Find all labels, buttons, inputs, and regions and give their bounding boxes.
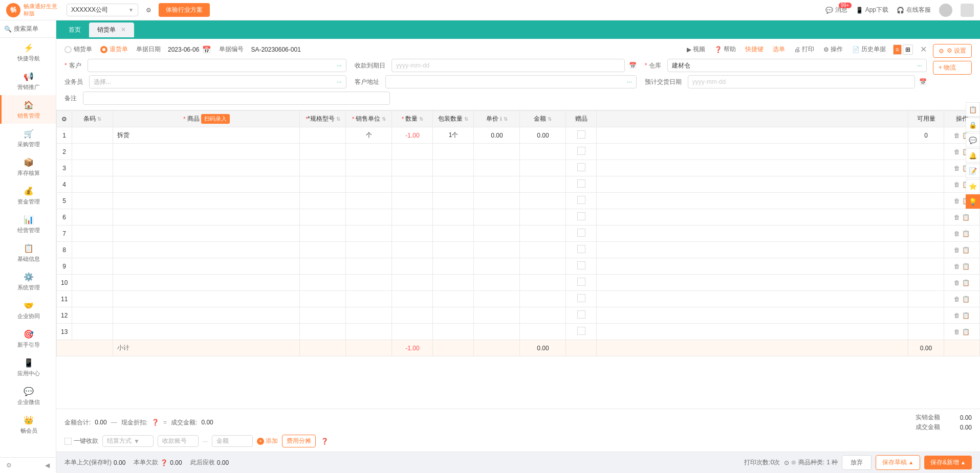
customer-input[interactable]: ··· <box>88 59 346 72</box>
sidebar-item-inventory[interactable]: 📦 库存核算 <box>0 152 56 181</box>
expense-allocation-button[interactable]: 费用分摊 <box>282 435 316 447</box>
sidebar-item-app-center[interactable]: 📱 应用中心 <box>0 353 56 381</box>
row1-unit[interactable]: 个 <box>346 127 392 144</box>
tab-sales-order[interactable]: 销货单 ✕ <box>89 22 134 37</box>
payment-date-input[interactable]: yyyy-mm-dd <box>391 59 625 72</box>
copy-icon[interactable]: 📋 <box>962 296 970 303</box>
tab-close-icon[interactable]: ✕ <box>121 26 126 33</box>
radio-return-order[interactable]: 退货单 <box>100 45 128 54</box>
customer-dots[interactable]: ··· <box>337 62 342 69</box>
avatar[interactable] <box>939 4 952 17</box>
sort-barcode-icon[interactable]: ⇅ <box>97 116 101 122</box>
goods-type[interactable]: ⊙ ⊙ 商品种类: 1 种 <box>784 458 838 467</box>
app-download-button[interactable]: 📱 App下载 <box>856 6 888 14</box>
history-btn[interactable]: 📄 历史单据 <box>850 44 888 55</box>
sort-unit-icon[interactable]: ⇅ <box>382 116 386 122</box>
view-list-btn[interactable]: ≡ <box>893 44 902 55</box>
gift-checkbox[interactable] <box>577 245 585 253</box>
total-balance-info-icon[interactable]: ❓ <box>160 459 168 466</box>
shortcut-btn[interactable]: 快捷键 <box>743 44 766 55</box>
operation-btn[interactable]: ⚙ 操作 <box>821 44 845 55</box>
gift-checkbox[interactable] <box>577 212 585 220</box>
row1-remark[interactable] <box>597 127 908 144</box>
float-btn-7[interactable]: 💡 <box>966 194 980 209</box>
payment-date-calendar-icon[interactable]: 📅 <box>629 62 637 69</box>
view-grid-btn[interactable]: ⊞ <box>903 44 913 55</box>
address-dots[interactable]: ··· <box>627 78 632 85</box>
copy-icon[interactable]: 📋 <box>962 230 970 237</box>
sidebar-item-system-mgmt[interactable]: ⚙️ 系统管理 <box>0 267 56 296</box>
th-gear[interactable]: ⚙ <box>57 111 72 127</box>
gift-checkbox[interactable] <box>577 278 585 286</box>
tab-home[interactable]: 首页 <box>60 22 89 37</box>
delete-icon[interactable]: 🗑 <box>954 328 960 335</box>
sidebar-item-sales-mgmt[interactable]: 🏠 销售管理 <box>0 95 56 124</box>
account-selector[interactable]: 收款账号 <box>158 435 199 447</box>
save-draft-button[interactable]: 保存草稿 ▲ <box>876 455 920 470</box>
float-btn-5[interactable]: 📝 <box>966 164 980 178</box>
settings-button[interactable]: ⚙ ⚙ 设置 <box>933 44 972 58</box>
gift-checkbox[interactable] <box>577 179 585 188</box>
delete-icon-1[interactable]: 🗑 <box>954 132 960 139</box>
gift-checkbox[interactable] <box>577 229 585 237</box>
sidebar-item-ops[interactable]: 📊 经营管理 <box>0 210 56 238</box>
sidebar-item-newbie[interactable]: 🎯 新手引导 <box>0 324 56 353</box>
float-btn-3[interactable]: 💬 <box>966 133 980 147</box>
help-btn[interactable]: ❓ 帮助 <box>712 44 738 55</box>
settings-icon[interactable]: ⚙ <box>142 4 155 16</box>
sidebar-item-marketing[interactable]: 📢 营销推广 <box>0 66 56 95</box>
copy-icon[interactable]: 📋 <box>962 279 970 286</box>
customer-address-input[interactable]: ··· <box>385 75 637 88</box>
account-dots[interactable]: ··· <box>203 438 208 445</box>
row1-barcode[interactable] <box>72 127 113 144</box>
delete-icon[interactable]: 🗑 <box>954 279 960 286</box>
online-support-button[interactable]: 🎧 在线客服 <box>897 6 931 14</box>
discount-info-icon[interactable]: ❓ <box>151 419 159 426</box>
delivery-date-input[interactable]: yyyy-mm-dd <box>688 75 915 88</box>
salesperson-input[interactable]: 选择... ··· <box>89 75 346 88</box>
radio-sales-order[interactable]: 销货单 <box>64 45 92 54</box>
copy-icon[interactable]: 📋 <box>962 246 970 254</box>
one-click-payment-btn[interactable]: 一键收款 <box>64 437 98 445</box>
close-form-icon[interactable]: ✕ <box>920 44 927 54</box>
save-new-button[interactable]: 保存&新增 ▲ <box>924 456 972 469</box>
user-menu-icon[interactable] <box>961 4 974 17</box>
copy-icon[interactable]: 📋 <box>962 328 970 335</box>
abandon-button[interactable]: 放弃 <box>842 455 872 470</box>
gift-checkbox[interactable] <box>577 261 585 269</box>
select-btn[interactable]: 选单 <box>771 44 787 55</box>
gift-checkbox[interactable] <box>577 310 585 319</box>
delete-icon[interactable]: 🗑 <box>954 230 960 237</box>
delete-icon[interactable]: 🗑 <box>954 246 960 254</box>
float-btn-1[interactable]: 📋 <box>966 102 980 117</box>
print-btn[interactable]: 🖨 打印 <box>792 44 816 55</box>
delete-icon[interactable]: 🗑 <box>954 181 960 188</box>
gift-checkbox[interactable] <box>577 196 585 204</box>
float-btn-2[interactable]: 🔒 <box>966 118 980 132</box>
row1-price[interactable]: 0.00 <box>474 127 520 144</box>
copy-icon[interactable]: 📋 <box>962 312 970 319</box>
sidebar-item-member[interactable]: 👑 畅会员 <box>0 410 56 439</box>
gift-checkbox-1[interactable] <box>577 130 585 139</box>
row1-goods[interactable]: 拆货 <box>113 127 300 144</box>
copy-icon[interactable]: 📋 <box>962 263 970 270</box>
delete-icon[interactable]: 🗑 <box>954 296 960 303</box>
sidebar-item-capital[interactable]: 💰 资金管理 <box>0 181 56 210</box>
copy-icon[interactable]: 📋 <box>962 214 970 221</box>
price-info-icon[interactable]: ℹ <box>500 116 502 122</box>
amount-input[interactable]: 金额 <box>212 435 253 447</box>
salesperson-dots[interactable]: ··· <box>337 78 342 85</box>
warehouse-dots[interactable]: ··· <box>917 62 922 69</box>
gift-checkbox[interactable] <box>577 294 585 302</box>
message-button[interactable]: 💬 消息 99+ <box>825 6 847 14</box>
row1-qty[interactable]: -1.00 <box>392 127 433 144</box>
sidebar-settings-icon[interactable]: ⚙ <box>6 462 12 469</box>
delete-icon[interactable]: 🗑 <box>954 165 960 172</box>
row1-gift[interactable] <box>566 127 597 144</box>
gift-checkbox[interactable] <box>577 163 585 171</box>
gift-checkbox[interactable] <box>577 147 585 155</box>
trial-button[interactable]: 体验行业方案 <box>159 3 210 17</box>
note-input[interactable] <box>83 92 390 105</box>
sidebar-item-enterprise[interactable]: 🤝 企业协同 <box>0 296 56 324</box>
sort-qty-icon[interactable]: ⇅ <box>419 116 423 122</box>
